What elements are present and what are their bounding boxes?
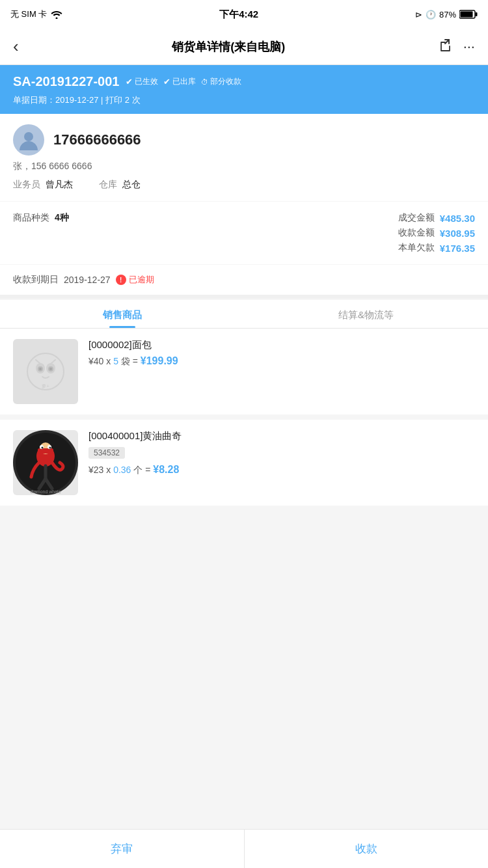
product-1-price: ¥40 x 5 袋 = ¥199.99 [88, 355, 475, 368]
product-1-total: ¥199.99 [141, 355, 178, 366]
received-amount-label: 收款金额 [398, 227, 435, 239]
svg-point-3 [24, 132, 33, 141]
customer-section: 17666666666 张，156 6666 6666 业务员 曾凡杰 仓库 总… [0, 114, 488, 201]
product-1-unit-price: ¥40 [88, 356, 103, 366]
product-2-image-svg: diamond whale [13, 430, 78, 495]
overdue-label: 已逾期 [129, 274, 154, 286]
customer-name: 张，156 6666 6666 [13, 161, 475, 172]
product-1-qty: 5 [113, 356, 118, 366]
product-2-sku: 534532 [88, 447, 125, 459]
warehouse-field: 仓库 总仓 [99, 179, 141, 191]
nav-left: ‹ [13, 36, 19, 57]
location-icon: ⊳ [415, 10, 422, 20]
product-2-price: ¥23 x 0.36 个 = ¥8.28 [88, 464, 475, 476]
product-item-2: diamond whale [000400001]黄油曲奇 534532 ¥23… [0, 420, 488, 506]
owed-amount: 本单欠款 ¥176.35 [398, 242, 475, 254]
salesperson-field: 业务员 曾凡杰 [13, 179, 73, 191]
bottom-bar: 弃审 收款 [0, 829, 488, 868]
badge-shipped: ✔ 已出库 [163, 76, 196, 87]
svg-text:萝+: 萝+ [42, 384, 49, 388]
due-date-label: 收款到期日 [13, 274, 59, 286]
product-2-image: diamond whale [13, 430, 78, 495]
back-button[interactable]: ‹ [13, 36, 19, 57]
customer-avatar [13, 124, 44, 156]
due-date-value: 2019-12-27 [64, 275, 111, 285]
product-2-info: [000400001]黄油曲奇 534532 ¥23 x 0.36 个 = ¥8… [88, 430, 475, 476]
carrier-text: 无 SIM 卡 [10, 8, 47, 20]
due-date-section: 收款到期日 2019-12-27 ! 已逾期 [0, 265, 488, 299]
product-list: 萝+ [0000002]面包 ¥40 x 5 袋 = ¥199.99 [0, 329, 488, 506]
warehouse-value: 总仓 [122, 179, 141, 189]
tab-settlement-label: 结算&物流等 [338, 309, 394, 320]
overdue-icon: ! [116, 275, 126, 285]
product-category: 商品种类 4种 [13, 212, 69, 224]
tab-products-label: 销售商品 [103, 309, 142, 320]
salesperson-value: 曾凡杰 [46, 179, 73, 189]
stats-section: 商品种类 4种 成交金额 ¥485.30 收款金额 ¥308.95 本单欠款 ¥… [0, 202, 488, 264]
battery-text: 87% [439, 10, 456, 20]
share-button[interactable] [439, 38, 453, 55]
category-value: 4种 [55, 212, 69, 224]
tab-products[interactable]: 销售商品 [0, 300, 244, 328]
customer-meta: 业务员 曾凡杰 仓库 总仓 [13, 179, 475, 191]
product-1-info: [0000002]面包 ¥40 x 5 袋 = ¥199.99 [88, 339, 475, 368]
product-1-image: 萝+ [13, 339, 78, 404]
customer-phone: 17666666666 [53, 131, 141, 148]
svg-text:diamond whale: diamond whale [30, 489, 61, 494]
overdue-badge: ! 已逾期 [116, 274, 154, 286]
svg-rect-1 [476, 12, 478, 16]
order-date: 单据日期：2019-12-27 | 打印 2 次 [13, 94, 475, 106]
svg-point-20 [49, 447, 51, 449]
product-2-name: [000400001]黄油曲奇 [88, 430, 475, 442]
order-id: SA-20191227-001 [13, 74, 119, 89]
page-title: 销货单详情(来自电脑) [172, 39, 285, 55]
received-amount-value: ¥308.95 [440, 228, 475, 239]
svg-point-10 [49, 368, 52, 370]
badge-partial: ⏱ 部分收款 [201, 76, 241, 87]
product-item-1: 萝+ [0000002]面包 ¥40 x 5 袋 = ¥199.99 [0, 329, 488, 414]
status-bar: 无 SIM 卡 下午4:42 ⊳ 🕐 87% [0, 0, 488, 29]
cancel-audit-button[interactable]: 弃审 [0, 830, 245, 868]
deal-amount-value: ¥485.30 [440, 213, 475, 224]
status-badges: ✔ 已生效 ✔ 已出库 ⏱ 部分收款 [126, 76, 241, 87]
order-header: SA-20191227-001 ✔ 已生效 ✔ 已出库 ⏱ 部分收款 单据日期：… [0, 65, 488, 114]
deal-amount-label: 成交金额 [398, 212, 435, 224]
placeholder-owl-icon: 萝+ [26, 352, 65, 391]
status-left: 无 SIM 卡 [10, 8, 62, 20]
product-2-unit-price: ¥23 [88, 465, 103, 475]
svg-rect-2 [461, 12, 473, 18]
nav-bar: ‹ 销货单详情(来自电脑) ··· [0, 29, 488, 65]
owed-amount-value: ¥176.35 [440, 243, 475, 254]
category-label: 商品种类 [13, 212, 49, 224]
svg-rect-16 [38, 448, 53, 454]
collect-payment-button[interactable]: 收款 [245, 830, 489, 868]
product-2-qty: 0.36 [113, 465, 131, 475]
status-time: 下午4:42 [219, 8, 258, 21]
badge-active: ✔ 已生效 [126, 76, 158, 87]
more-button[interactable]: ··· [463, 38, 475, 55]
product-2-total: ¥8.28 [153, 464, 179, 475]
svg-point-19 [42, 447, 44, 449]
badge-shipped-label: 已出库 [172, 76, 196, 87]
badge-partial-label: 部分收款 [210, 76, 241, 87]
svg-point-9 [39, 368, 42, 370]
person-icon [17, 128, 40, 152]
alarm-icon: 🕐 [426, 10, 436, 20]
received-amount: 收款金额 ¥308.95 [398, 227, 475, 239]
status-right: ⊳ 🕐 87% [415, 10, 478, 20]
nav-right: ··· [439, 38, 475, 55]
tab-settlement[interactable]: 结算&物流等 [244, 300, 488, 328]
tabs-bar: 销售商品 结算&物流等 [0, 300, 488, 329]
battery-icon [459, 10, 478, 19]
wifi-icon [51, 10, 62, 19]
owed-amount-label: 本单欠款 [398, 242, 435, 254]
salesperson-label: 业务员 [13, 179, 40, 189]
badge-active-label: 已生效 [135, 76, 158, 87]
financial-stats: 成交金额 ¥485.30 收款金额 ¥308.95 本单欠款 ¥176.35 [398, 212, 475, 254]
deal-amount: 成交金额 ¥485.30 [398, 212, 475, 224]
warehouse-label: 仓库 [99, 179, 117, 189]
product-1-name: [0000002]面包 [88, 339, 475, 351]
